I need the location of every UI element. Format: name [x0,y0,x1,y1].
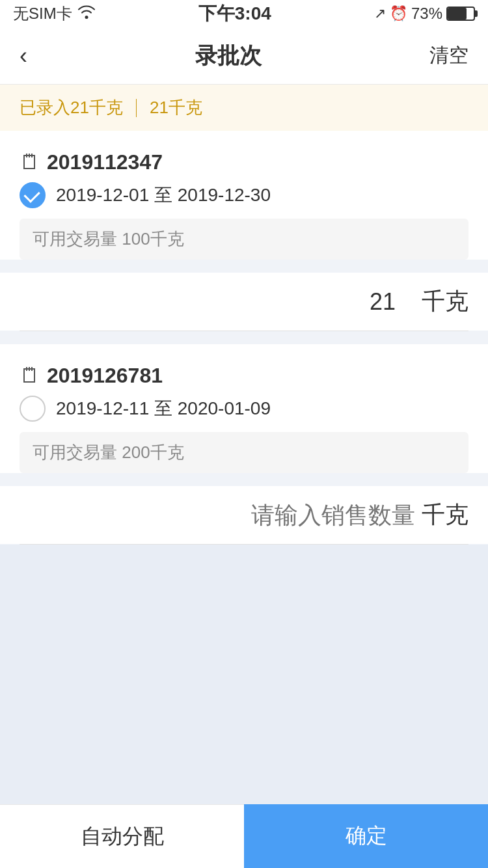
back-button[interactable]: ‹ [20,42,27,70]
item-1-radio[interactable] [20,182,46,208]
location-icon: ↗ [374,5,386,22]
item-1-id: 2019112347 [47,150,163,174]
item-1-unit: 千克 [422,286,468,318]
status-bar: 无SIM卡 下午3:04 ↗ ⏰ 73% [0,0,488,27]
item-1-quantity-row: 21 千克 [0,273,488,331]
recorded-label: 已录入21千克 [20,96,123,119]
alarm-icon: ⏰ [390,5,407,22]
item-2-date: 2019-12-11 至 2020-01-09 [56,396,271,421]
section-gap-1 [0,331,488,344]
wifi-icon [77,5,96,23]
page-title: 录批次 [195,41,262,71]
footer: 自动分配 确定 [0,804,488,868]
item-1: 🗒 2019112347 2019-12-01 至 2019-12-30 可用交… [0,131,488,260]
doc-icon-1: 🗒 [20,150,40,174]
battery-icon [446,7,475,21]
info-banner: 已录入21千克 21千克 [0,85,488,131]
clear-button[interactable]: 清空 [429,42,468,69]
auto-distribute-button[interactable]: 自动分配 [0,804,244,868]
item-1-date: 2019-12-01 至 2019-12-30 [56,183,271,208]
nav-bar: ‹ 录批次 清空 [0,27,488,85]
sim-text: 无SIM卡 [13,3,72,24]
item-2-header: 🗒 2019126781 [20,364,468,388]
item-2-quantity-row: 千克 [0,486,488,544]
item-2-radio[interactable] [20,396,46,422]
item-2-date-row[interactable]: 2019-12-11 至 2020-01-09 [20,396,468,422]
status-time: 下午3:04 [198,1,271,26]
bottom-area [0,545,488,824]
item-1-quantity-value: 21 [370,288,396,316]
recorded-value: 21千克 [150,96,202,119]
item-2-id: 2019126781 [47,364,163,388]
item-1-available: 可用交易量 100千克 [20,219,468,260]
item-2-available: 可用交易量 200千克 [20,432,468,473]
item-2-unit: 千克 [422,499,468,531]
status-right: ↗ ⏰ 73% [374,5,475,23]
item-2-quantity-input[interactable] [20,502,415,529]
battery-percent: 73% [411,5,442,23]
item-1-date-row[interactable]: 2019-12-01 至 2019-12-30 [20,182,468,208]
confirm-button[interactable]: 确定 [244,804,488,868]
item-2: 🗒 2019126781 2019-12-11 至 2020-01-09 可用交… [0,344,488,473]
status-left: 无SIM卡 [13,3,96,24]
item-1-header: 🗒 2019112347 [20,150,468,174]
banner-divider [136,99,137,117]
doc-icon-2: 🗒 [20,364,40,388]
